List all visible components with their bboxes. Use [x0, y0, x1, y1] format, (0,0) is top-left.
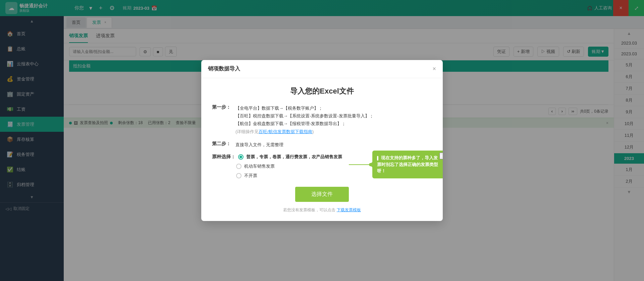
ticket-label-1: 机动车销售发票 [244, 163, 275, 169]
modal-title: 销项数据导入 [208, 65, 240, 72]
radio-0[interactable] [238, 154, 244, 160]
step1-content: 【全电平台】数据下载→【税务数字账户】； 【百旺】税控盘数据下载→【系统设置-系… [235, 104, 374, 136]
radio-1[interactable] [236, 164, 241, 169]
ticket-choice-header: 票种选择： 普票，专票，卷票，通行费发票，农产品销售发票 × [212, 154, 432, 160]
import-title: 导入您的Excel文件 [212, 86, 432, 96]
step2-row: 第二步： 直接导入文件，无需整理 [212, 141, 432, 149]
tooltip-bubble: × 现在支持的票种多了，导入发票时别忘了选择正确的发票类型呀！ [372, 151, 443, 178]
ticket-choice: 票种选择： 普票，专票，卷票，通行费发票，农产品销售发票 × [212, 154, 432, 179]
step1-link[interactable]: (详细操作见百旺/航信发票数据下载指南) [235, 128, 374, 135]
tooltip-bar [377, 156, 378, 161]
ticket-label-0: 普票，专票，卷票，通行费发票，农产品销售发票 [246, 154, 342, 160]
modal-header: 销项数据导入 × [201, 60, 443, 78]
step2-label: 第二步： [212, 141, 232, 147]
step1-label: 第一步： [212, 104, 232, 110]
download-template-link[interactable]: 下载发票模板 [337, 208, 361, 212]
step1-line2: 【百旺】税控盘数据下载→【系统设置-系统参数设置-发票批量导入】； [235, 112, 374, 120]
step1-line1: 【全电平台】数据下载→【税务数字账户】； [235, 104, 374, 112]
step1-row: 第一步： 【全电平台】数据下载→【税务数字账户】； 【百旺】税控盘数据下载→【系… [212, 104, 432, 136]
ticket-label-2: 不开票 [244, 173, 257, 179]
modal-overlay: 销项数据导入 × 导入您的Excel文件 第一步： 【全电平台】数据下载→【税务… [0, 0, 644, 281]
modal-body: 导入您的Excel文件 第一步： 【全电平台】数据下载→【税务数字账户】； 【百… [201, 78, 443, 221]
connector-line [349, 164, 369, 165]
select-file-btn[interactable]: 选择文件 [295, 187, 349, 202]
modal-footer: 若您没有发票模板，可以点击 下载发票模板 [212, 207, 432, 213]
step2-content: 直接导入文件，无需整理 [235, 141, 283, 149]
tooltip-close-btn[interactable]: × [439, 153, 443, 159]
modal-close-btn[interactable]: × [432, 65, 436, 72]
radio-2[interactable] [236, 173, 241, 178]
step1: 第一步： 【全电平台】数据下载→【税务数字账户】； 【百旺】税控盘数据下载→【系… [212, 104, 432, 136]
tooltip-container: × 现在支持的票种多了，导入发票时别忘了选择正确的发票类型呀！ [349, 151, 443, 178]
import-modal: 销项数据导入 × 导入您的Excel文件 第一步： 【全电平台】数据下载→【税务… [201, 60, 443, 221]
step1-line3: 【航信】金税盘数据下载→【报税管理-发票数据导出】； [235, 120, 374, 127]
ticket-option-0[interactable]: 普票，专票，卷票，通行费发票，农产品销售发票 [238, 154, 342, 160]
step2: 第二步： 直接导入文件，无需整理 [212, 141, 432, 149]
